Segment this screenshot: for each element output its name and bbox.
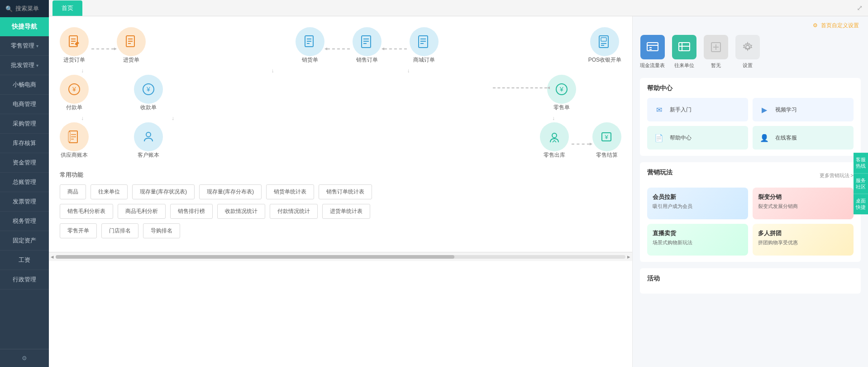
settings-gear-icon	[735, 35, 760, 59]
func-btn-guide-rank[interactable]: 导购排名	[143, 223, 180, 238]
flow-node-purchase[interactable]: 进货单	[117, 27, 146, 64]
func-row-1: 商品 往来单位 现存量(库存状况表) 现存量(库存分布表) 销货单统计表 销售订…	[60, 184, 621, 199]
chevron-down-icon: ▾	[36, 63, 38, 68]
float-buttons: 客服热线 服务社区 桌面快捷	[854, 153, 868, 214]
func-btn-order-stat[interactable]: 销售订单统计表	[319, 184, 372, 199]
float-btn-desktop[interactable]: 桌面快捷	[854, 194, 868, 214]
flow-node-shop-order[interactable]: 商城订单	[410, 27, 439, 64]
scroll-bar[interactable]: ◂ ▸	[49, 252, 632, 261]
sidebar-item-admin[interactable]: 行政管理	[0, 270, 49, 290]
marketing-item-member[interactable]: 会员拉新 吸引用户成为会员	[647, 188, 748, 219]
flow-node-supplier-ledger[interactable]: 供应商账本	[60, 122, 89, 159]
activity-card: 活动	[640, 268, 861, 294]
func-btn-purchase-stat[interactable]: 进货单统计表	[322, 204, 370, 219]
customize-header[interactable]: ⚙ 首页自定义设置	[640, 22, 861, 29]
sidebar-item-tax[interactable]: 税务管理	[0, 212, 49, 231]
retail-out-label: 零售出库	[544, 151, 565, 159]
flow-node-retail-out[interactable]: 零售出库	[540, 122, 569, 159]
quick-icons: 现金流量表 往来单位 暂无	[640, 35, 861, 69]
search-icon: 🔍	[5, 5, 13, 12]
func-btn-sales-stat[interactable]: 销货单统计表	[266, 184, 314, 199]
help-item-support[interactable]: 👤 在线客服	[753, 126, 854, 150]
flow-node-sales-order[interactable]: 销售订单	[353, 27, 382, 64]
func-btn-stock-dist[interactable]: 现存量(库存分布表)	[199, 184, 262, 199]
down-arrow-receipt: ↓	[150, 114, 196, 122]
func-btn-units[interactable]: 往来单位	[91, 184, 128, 199]
receipt-icon: ¥	[134, 75, 163, 104]
sidebar-item-invoice[interactable]: 发票管理	[0, 192, 49, 212]
marketing-header: 营销玩法 更多营销玩法 >	[647, 169, 854, 182]
pos-label: POS收银开单	[588, 56, 621, 64]
func-btn-goods[interactable]: 商品	[60, 184, 86, 199]
marketing-item-group[interactable]: 多人拼团 拼团购物享受优惠	[753, 224, 854, 256]
func-btn-payment-stat[interactable]: 付款情况统计	[270, 204, 318, 219]
sidebar-item-ledger[interactable]: 总账管理	[0, 173, 49, 192]
sidebar-item-assets[interactable]: 固定资产	[0, 231, 49, 251]
customer-ledger-icon	[134, 122, 163, 151]
sidebar-item-salary[interactable]: 工资	[0, 251, 49, 270]
func-btn-sales-rank[interactable]: 销售排行榜	[170, 204, 213, 219]
sidebar-item-retail[interactable]: 零售管理 ▾	[0, 36, 49, 56]
help-item-video[interactable]: ▶ 视频学习	[753, 98, 854, 121]
person-icon: 👤	[757, 130, 772, 145]
quick-icon-units[interactable]: 往来单位	[672, 35, 696, 69]
flow-node-customer-ledger[interactable]: 客户账本	[134, 122, 163, 159]
marketing-title: 营销玩法	[647, 169, 672, 177]
func-btn-store-rank[interactable]: 门店排名	[101, 223, 138, 238]
flow-node-retail[interactable]: ¥ 零售单	[547, 75, 576, 111]
arrow-retail-settlement: ▸	[569, 149, 592, 159]
down-arrow-payment: ↓	[60, 114, 105, 122]
sidebar-item-finance[interactable]: 资金管理	[0, 153, 49, 173]
svg-text:¥: ¥	[559, 86, 563, 93]
quick-icon-none[interactable]: 暂无	[704, 35, 728, 69]
flow-node-payment[interactable]: ¥ 付款单	[60, 75, 89, 111]
units-icon	[672, 35, 696, 59]
sidebar-search[interactable]: 🔍 搜索菜单	[0, 0, 49, 17]
quick-icon-settings[interactable]: 设置	[735, 35, 760, 69]
help-item-beginner[interactable]: ✉ 新手入门	[647, 98, 748, 121]
float-btn-community[interactable]: 服务社区	[854, 174, 868, 194]
sales-order-label: 销售订单	[356, 56, 378, 64]
flow-section: 进货订单 ▸ 进货单	[49, 16, 632, 166]
fullscreen-button[interactable]: ⤢	[855, 2, 864, 14]
help-item-help[interactable]: 📄 帮助中心	[647, 126, 748, 150]
supplier-ledger-label: 供应商账本	[61, 151, 88, 159]
sidebar-item-ecommerce-small[interactable]: 小畅电商	[0, 75, 49, 95]
sales-order-icon	[353, 27, 382, 56]
float-btn-support[interactable]: 客服热线	[854, 153, 868, 174]
func-row-2: 销售毛利分析表 商品毛利分析 销售排行榜 收款情况统计 付款情况统计 进货单统计…	[60, 204, 621, 219]
flow-node-retail-settle[interactable]: ¥ 零售结算	[592, 122, 621, 159]
marketing-more[interactable]: 更多营销玩法 >	[820, 172, 854, 179]
down-arrow-purchase: ↓	[60, 67, 105, 75]
quick-icon-cashflow[interactable]: 现金流量表	[640, 35, 665, 69]
sidebar-item-wholesale[interactable]: 批发管理 ▾	[0, 56, 49, 75]
sidebar-item-ecommerce[interactable]: 电商管理	[0, 95, 49, 114]
flow-node-pos[interactable]: POS收银开单	[588, 27, 621, 64]
svg-rect-31	[68, 132, 70, 142]
down-arrow-pos: ↓	[576, 67, 621, 75]
func-btn-sales-profit[interactable]: 销售毛利分析表	[60, 204, 113, 219]
scroll-left-arrow[interactable]: ◂	[51, 253, 54, 260]
marketing-item-live[interactable]: 直播卖货 场景式购物新玩法	[647, 224, 748, 256]
flow-node-receipt[interactable]: ¥ 收款单	[134, 75, 163, 111]
purchase-order-icon	[60, 27, 89, 56]
sidebar: 🔍 搜索菜单 快捷导航 零售管理 ▾ 批发管理 ▾ 小畅电商 电商管理 采购管理…	[0, 0, 49, 367]
shop-order-icon	[410, 27, 439, 56]
marketing-item-fission[interactable]: 裂变分销 裂变式发展分销商	[753, 188, 854, 219]
func-btn-goods-profit[interactable]: 商品毛利分析	[118, 204, 166, 219]
scroll-right-arrow[interactable]: ▸	[627, 253, 630, 260]
func-btn-stock-status[interactable]: 现存量(库存状况表)	[132, 184, 195, 199]
supplier-ledger-icon	[60, 122, 89, 151]
tab-home[interactable]: 首页	[52, 0, 82, 16]
func-btn-receipt-stat[interactable]: 收款情况统计	[217, 204, 265, 219]
flow-node-purchase-order[interactable]: 进货订单	[60, 27, 89, 64]
retail-settle-icon: ¥	[592, 122, 621, 151]
retail-icon: ¥	[547, 75, 576, 104]
sidebar-item-purchase[interactable]: 采购管理	[0, 114, 49, 134]
retail-settle-label: 零售结算	[596, 151, 618, 159]
sidebar-item-inventory[interactable]: 库存核算	[0, 134, 49, 153]
settings-button[interactable]: ⚙	[0, 349, 49, 367]
common-functions: 常用功能 商品 往来单位 现存量(库存状况表) 现存量(库存分布表) 销货单统计…	[49, 166, 632, 252]
func-btn-retail-order[interactable]: 零售开单	[60, 223, 97, 238]
flow-node-sales[interactable]: 销货单	[296, 27, 324, 64]
